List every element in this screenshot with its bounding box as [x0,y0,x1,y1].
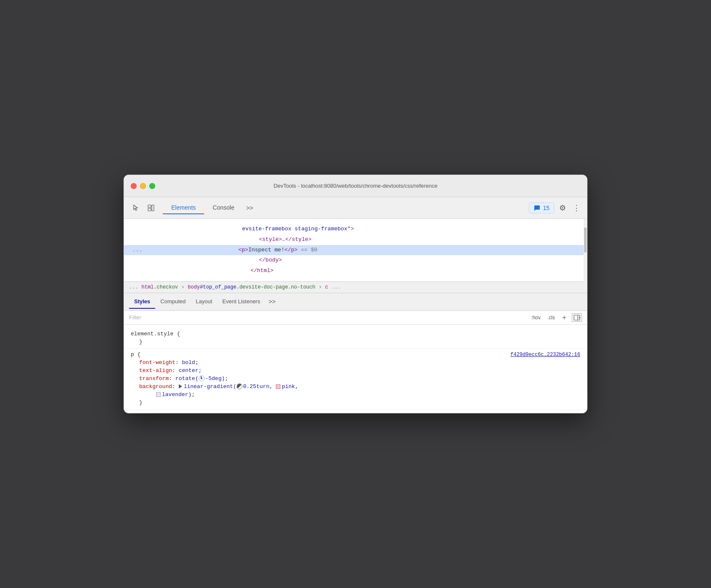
svg-rect-1 [148,208,151,211]
tab-computed[interactable]: Computed [155,295,191,309]
settings-icon[interactable]: ⚙ [557,202,568,214]
close-button[interactable] [131,183,137,189]
breadcrumb-more: ... [331,284,341,290]
breadcrumb-short[interactable]: c [325,284,328,290]
dom-attr-value: evsite-framebox staging-framebox [242,226,347,232]
css-p-selector: p { [131,351,140,358]
tab-elements[interactable]: Elements [163,202,204,214]
css-rule-p: p { f429d9ecc6c…2232b642:16 font-weight … [124,349,587,410]
more-options-icon[interactable]: ⋮ [571,202,582,214]
expand-arrow-icon[interactable] [179,384,182,388]
css-p-selector-line: p { f429d9ecc6c…2232b642:16 [131,351,580,358]
minimize-button[interactable] [140,183,146,189]
devtools-window: DevTools - localhost:8080/web/tools/chro… [124,175,587,413]
css-prop-font-weight: font-weight : bold ; [131,359,580,367]
css-rule-element-style: element.style { } [124,328,587,349]
cursor-icon-button[interactable] [129,201,143,215]
css-prop-background-cont: lavender) ; [131,391,580,399]
add-rule-button[interactable]: + [560,313,568,322]
tab-console[interactable]: Console [204,202,242,214]
filter-input[interactable] [129,314,526,321]
traffic-lights [131,183,155,189]
maximize-button[interactable] [149,183,155,189]
messages-badge[interactable]: 15 [529,202,554,213]
tab-styles[interactable]: Styles [129,295,155,309]
breadcrumb-body[interactable]: body#top_of_page.devsite-doc-page.no-tou… [188,284,315,290]
toolbar-right: 15 ⚙ ⋮ [529,202,582,214]
css-prop-text-align: text-align : center ; [131,367,580,375]
lavender-swatch[interactable] [156,392,161,397]
svg-rect-0 [148,205,151,208]
css-prop-transform: transform : rotate( -5deg) ; [131,375,580,383]
css-file-link[interactable]: f429d9ecc6c…2232b642:16 [510,352,580,358]
window-title: DevTools - localhost:8080/web/tools/chro… [274,183,438,189]
dom-line: evsite-framebox staging-framebox"> [124,224,587,235]
inspect-icon-button[interactable] [144,201,158,215]
filter-bar: :hov .cls + [124,311,587,325]
styles-panel-tabs: Styles Computed Layout Event Listeners >… [124,293,587,311]
dom-scrollbar[interactable] [584,219,587,282]
breadcrumb-html[interactable]: html.checkov [142,284,178,290]
dom-line: <style>…</style> [124,235,587,245]
css-rules-panel: element.style { } p { f429d9ecc6c…2232b6… [124,325,587,413]
scrollbar-thumb [584,227,587,253]
css-close-brace: } [131,338,580,346]
devtools-toolbar: Elements Console >> 15 ⚙ ⋮ [124,197,587,219]
toggle-sidebar-button[interactable] [572,313,582,322]
svg-rect-2 [152,205,154,211]
dom-line-selected[interactable]: ... <p>Inspect me!</p> == $0 [124,245,587,256]
pink-swatch[interactable] [276,384,280,389]
css-selector: element.style { [131,331,180,337]
dom-line: </body> [124,255,587,266]
css-selector-line: element.style { [131,331,580,337]
hov-button[interactable]: :hov [529,314,542,321]
dom-panel: evsite-framebox staging-framebox"> <styl… [124,219,587,282]
titlebar: DevTools - localhost:8080/web/tools/chro… [124,175,587,197]
breadcrumb-ellipsis: ... [129,284,138,290]
main-tabs: Elements Console >> [163,202,256,214]
more-styles-tabs[interactable]: >> [269,298,275,305]
css-prop-background: background : linear-gradient( 0.25turn, … [131,383,580,391]
gradient-icon[interactable] [237,383,242,389]
tab-event-listeners[interactable]: Event Listeners [217,295,265,309]
more-tabs-button[interactable]: >> [243,202,256,214]
badge-count: 15 [543,205,549,211]
tab-layout[interactable]: Layout [191,295,217,309]
css-close-brace-p: } [131,399,580,407]
cls-button[interactable]: .cls [546,314,557,321]
dom-line: </html> [124,266,587,276]
breadcrumb-bar: ... html.checkov › body#top_of_page.devs… [124,282,587,293]
svg-marker-5 [579,317,580,318]
angle-icon[interactable] [199,375,205,381]
dom-tree[interactable]: evsite-framebox staging-framebox"> <styl… [124,219,587,282]
